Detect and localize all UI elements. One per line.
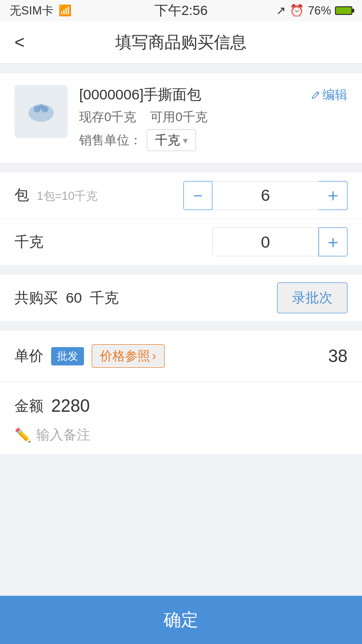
product-name: [0000006]手撕面包 [79,85,201,105]
battery-text: 76% [308,4,331,17]
package-minus-button[interactable]: － [183,181,212,210]
product-card: [0000006]手撕面包 编辑 现存0千克 可用0千克 销售单位： 千克 ▾ [0,73,362,163]
total-quantity: 60 [66,290,82,306]
status-left: 无SIM卡 📶 [10,3,71,18]
kg-input[interactable] [212,227,319,256]
amount-row: 金额 2280 [14,396,348,416]
back-button[interactable]: < [14,32,25,53]
price-reference-button[interactable]: 价格参照 › [92,344,165,368]
status-bar: 无SIM卡 📶 下午2:56 ↗ ⏰ 76% [0,0,362,21]
package-label: 包 1包=10千克 [14,185,183,205]
unit-value: 千克 [155,132,180,149]
battery-bar [335,6,352,15]
note-placeholder: 输入备注 [36,426,90,444]
kg-plus-button[interactable]: ＋ [319,227,348,256]
price-label: 单价 [14,346,43,366]
kg-row: 千克 ＋ [0,219,362,265]
batch-button[interactable]: 录批次 [277,282,348,313]
total-row: 共购买 60 千克 录批次 [0,275,362,321]
price-tag: 批发 [51,347,84,365]
product-info: [0000006]手撕面包 编辑 现存0千克 可用0千克 销售单位： 千克 ▾ [79,85,348,151]
amount-section: 金额 2280 ✏️ 输入备注 [0,382,362,454]
alarm-icon: ⏰ [290,4,304,17]
amount-label: 金额 [14,396,43,416]
price-ref-arrow-icon: › [152,349,156,364]
location-icon: ↗ [276,4,286,17]
package-row: 包 1包=10千克 － ＋ [0,172,362,219]
status-right: ↗ ⏰ 76% [276,4,352,17]
amount-value: 2280 [51,396,90,416]
page-title: 填写商品购买信息 [115,31,247,54]
unit-label: 销售单位： [79,132,142,149]
pencil-icon: ✏️ [14,427,31,443]
price-ref-label: 价格参照 [100,348,150,364]
product-image [14,85,68,138]
package-input[interactable] [212,181,319,210]
dropdown-arrow-icon: ▾ [183,135,188,146]
edit-label: 编辑 [322,86,348,103]
product-stock: 现存0千克 可用0千克 [79,109,348,126]
carrier-text: 无SIM卡 [10,3,54,18]
edit-button[interactable]: 编辑 [311,86,348,103]
package-sublabel: 1包=10千克 [37,189,97,202]
price-value: 38 [328,346,348,366]
total-text: 共购买 60 千克 [14,288,119,308]
bottom-area [0,454,362,599]
svg-point-3 [39,104,43,109]
quantity-section: 包 1包=10千克 － ＋ 千克 ＋ [0,172,362,265]
kg-label: 千克 [14,232,212,252]
confirm-button[interactable]: 确定 [0,596,362,644]
note-row[interactable]: ✏️ 输入备注 [14,426,348,444]
package-plus-button[interactable]: ＋ [319,181,348,210]
status-time: 下午2:56 [154,1,208,20]
nav-bar: < 填写商品购买信息 [0,21,362,64]
price-row: 单价 批发 价格参照 › 38 [14,344,348,368]
price-section: 单价 批发 价格参照 › 38 [0,331,362,381]
wifi-icon: 📶 [58,4,71,17]
package-quantity-control: － ＋ [183,181,348,210]
unit-selector[interactable]: 千克 ▾ [147,129,196,151]
kg-quantity-control: ＋ [212,227,348,256]
